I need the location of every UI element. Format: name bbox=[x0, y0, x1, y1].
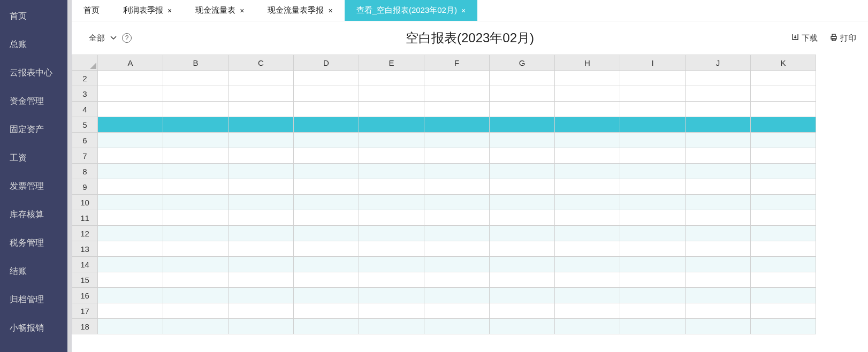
filter-dropdown[interactable]: 全部 ? bbox=[89, 33, 132, 43]
column-header-H[interactable]: H bbox=[555, 55, 620, 71]
cell-H6[interactable] bbox=[555, 133, 620, 148]
cell-I4[interactable] bbox=[620, 102, 686, 117]
cell-H14[interactable] bbox=[555, 257, 620, 272]
cell-H4[interactable] bbox=[555, 102, 620, 117]
cell-G16[interactable] bbox=[490, 288, 555, 303]
sidebar-item-10[interactable]: 归档管理 bbox=[0, 286, 67, 314]
row-header-18[interactable]: 18 bbox=[72, 319, 98, 334]
cell-F2[interactable] bbox=[424, 71, 490, 86]
cell-G10[interactable] bbox=[490, 195, 555, 210]
cell-I18[interactable] bbox=[620, 319, 686, 334]
cell-H3[interactable] bbox=[555, 86, 620, 102]
cell-B2[interactable] bbox=[163, 71, 229, 86]
tab-0[interactable]: 首页 bbox=[72, 0, 111, 21]
cell-C4[interactable] bbox=[229, 102, 294, 117]
cell-C16[interactable] bbox=[229, 288, 294, 303]
cell-K7[interactable] bbox=[751, 148, 816, 164]
cell-I11[interactable] bbox=[620, 210, 686, 226]
cell-D10[interactable] bbox=[294, 195, 359, 210]
column-header-K[interactable]: K bbox=[751, 55, 816, 71]
cell-B9[interactable] bbox=[163, 179, 229, 195]
cell-A6[interactable] bbox=[98, 133, 163, 148]
cell-E17[interactable] bbox=[359, 303, 424, 319]
cell-A8[interactable] bbox=[98, 164, 163, 179]
cell-D8[interactable] bbox=[294, 164, 359, 179]
sidebar-item-8[interactable]: 税务管理 bbox=[0, 229, 67, 257]
column-header-D[interactable]: D bbox=[294, 55, 359, 71]
cell-B17[interactable] bbox=[163, 303, 229, 319]
cell-C18[interactable] bbox=[229, 319, 294, 334]
spreadsheet[interactable]: ABCDEFGHIJK23456789101112131415161718 bbox=[72, 55, 868, 352]
cell-J3[interactable] bbox=[686, 86, 751, 102]
sidebar-item-4[interactable]: 固定资产 bbox=[0, 116, 67, 144]
cell-B4[interactable] bbox=[163, 102, 229, 117]
cell-G5[interactable] bbox=[490, 117, 555, 133]
cell-H5[interactable] bbox=[555, 117, 620, 133]
cell-F6[interactable] bbox=[424, 133, 490, 148]
cell-J18[interactable] bbox=[686, 319, 751, 334]
cell-C14[interactable] bbox=[229, 257, 294, 272]
cell-I10[interactable] bbox=[620, 195, 686, 210]
cell-E4[interactable] bbox=[359, 102, 424, 117]
cell-B3[interactable] bbox=[163, 86, 229, 102]
cell-D16[interactable] bbox=[294, 288, 359, 303]
cell-C7[interactable] bbox=[229, 148, 294, 164]
cell-A5[interactable] bbox=[98, 117, 163, 133]
cell-G4[interactable] bbox=[490, 102, 555, 117]
cell-C2[interactable] bbox=[229, 71, 294, 86]
cell-I9[interactable] bbox=[620, 179, 686, 195]
cell-B13[interactable] bbox=[163, 241, 229, 257]
sidebar-item-11[interactable]: 小畅报销 bbox=[0, 314, 67, 342]
cell-G8[interactable] bbox=[490, 164, 555, 179]
cell-J7[interactable] bbox=[686, 148, 751, 164]
cell-J9[interactable] bbox=[686, 179, 751, 195]
row-header-3[interactable]: 3 bbox=[72, 86, 98, 102]
cell-C6[interactable] bbox=[229, 133, 294, 148]
cell-G3[interactable] bbox=[490, 86, 555, 102]
row-header-10[interactable]: 10 bbox=[72, 195, 98, 210]
column-header-A[interactable]: A bbox=[98, 55, 163, 71]
cell-E12[interactable] bbox=[359, 226, 424, 241]
row-header-17[interactable]: 17 bbox=[72, 303, 98, 319]
cell-F10[interactable] bbox=[424, 195, 490, 210]
cell-G18[interactable] bbox=[490, 319, 555, 334]
cell-A14[interactable] bbox=[98, 257, 163, 272]
cell-H7[interactable] bbox=[555, 148, 620, 164]
cell-D5[interactable] bbox=[294, 117, 359, 133]
column-header-F[interactable]: F bbox=[424, 55, 490, 71]
cell-A3[interactable] bbox=[98, 86, 163, 102]
cell-F16[interactable] bbox=[424, 288, 490, 303]
cell-K6[interactable] bbox=[751, 133, 816, 148]
download-button[interactable]: 下载 bbox=[791, 33, 818, 43]
cell-B12[interactable] bbox=[163, 226, 229, 241]
tab-1[interactable]: 利润表季报× bbox=[111, 0, 184, 21]
cell-F9[interactable] bbox=[424, 179, 490, 195]
cell-H11[interactable] bbox=[555, 210, 620, 226]
cell-J12[interactable] bbox=[686, 226, 751, 241]
cell-D11[interactable] bbox=[294, 210, 359, 226]
cell-K18[interactable] bbox=[751, 319, 816, 334]
cell-B16[interactable] bbox=[163, 288, 229, 303]
cell-G9[interactable] bbox=[490, 179, 555, 195]
cell-H2[interactable] bbox=[555, 71, 620, 86]
cell-F4[interactable] bbox=[424, 102, 490, 117]
cell-A11[interactable] bbox=[98, 210, 163, 226]
cell-A13[interactable] bbox=[98, 241, 163, 257]
cell-B7[interactable] bbox=[163, 148, 229, 164]
cell-F15[interactable] bbox=[424, 272, 490, 288]
cell-J6[interactable] bbox=[686, 133, 751, 148]
cell-D2[interactable] bbox=[294, 71, 359, 86]
cell-K16[interactable] bbox=[751, 288, 816, 303]
cell-K8[interactable] bbox=[751, 164, 816, 179]
cell-C8[interactable] bbox=[229, 164, 294, 179]
cell-K4[interactable] bbox=[751, 102, 816, 117]
cell-J14[interactable] bbox=[686, 257, 751, 272]
cell-C5[interactable] bbox=[229, 117, 294, 133]
cell-D12[interactable] bbox=[294, 226, 359, 241]
column-header-J[interactable]: J bbox=[686, 55, 751, 71]
cell-B18[interactable] bbox=[163, 319, 229, 334]
cell-F5[interactable] bbox=[424, 117, 490, 133]
cell-H10[interactable] bbox=[555, 195, 620, 210]
cell-E13[interactable] bbox=[359, 241, 424, 257]
cell-K14[interactable] bbox=[751, 257, 816, 272]
